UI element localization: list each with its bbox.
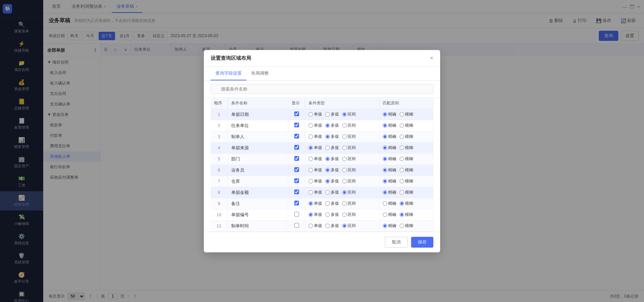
modal-row-match-radio-input-精确-7[interactable] bbox=[383, 179, 387, 183]
cancel-button[interactable]: 取消 bbox=[385, 237, 408, 248]
modal-row-match-radio-input-模糊-2[interactable] bbox=[400, 123, 404, 128]
modal-row-type-radio-input-区间-11[interactable] bbox=[342, 224, 347, 228]
modal-row-match-radio-input-模糊-1[interactable] bbox=[400, 112, 404, 117]
modal-overlay[interactable]: 设置查询区域布局 × 查询字段设置布局调整 🔍 顺序条件名称显示条件类型匹配原则… bbox=[0, 0, 644, 302]
modal-row-type-radio-input-区间-5[interactable] bbox=[342, 157, 347, 161]
modal-row-type-radio-多值-9[interactable]: 多值 bbox=[325, 201, 339, 206]
modal-tab-布局调整[interactable]: 布局调整 bbox=[246, 67, 273, 80]
modal-row-match-radio-精确-5[interactable]: 精确 bbox=[383, 156, 396, 162]
modal-row-type-radio-input-多值-11[interactable] bbox=[325, 224, 330, 228]
modal-row-match-radio-input-精确-4[interactable] bbox=[383, 146, 387, 150]
modal-row-match-radio-input-精确-3[interactable] bbox=[383, 134, 387, 139]
modal-row-type-radio-多值-1[interactable]: 多值 bbox=[325, 111, 339, 117]
modal-row-match-radio-input-精确-5[interactable] bbox=[383, 157, 387, 161]
modal-row-type-radio-多值-5[interactable]: 多值 bbox=[325, 156, 339, 162]
modal-row-match-radio-模糊-3[interactable]: 模糊 bbox=[400, 134, 413, 140]
modal-row-type-radio-input-单值-2[interactable] bbox=[308, 123, 313, 128]
modal-row-match-radio-模糊-10[interactable]: 模糊 bbox=[400, 212, 413, 218]
modal-row-match-radio-input-精确-9[interactable] bbox=[383, 201, 387, 206]
modal-row-type-radio-单值-10[interactable]: 单值 bbox=[308, 212, 322, 218]
modal-row-type-radio-区间-2[interactable]: 区间 bbox=[342, 123, 356, 128]
modal-row-type-radio-input-多值-4[interactable] bbox=[325, 146, 330, 150]
modal-row-type-radio-input-单值-7[interactable] bbox=[308, 179, 313, 183]
modal-row-type-radio-input-多值-10[interactable] bbox=[325, 212, 330, 217]
modal-row-type-radio-input-多值-7[interactable] bbox=[325, 179, 330, 183]
modal-row-match-radio-input-模糊-4[interactable] bbox=[400, 146, 404, 150]
modal-row-type-radio-input-多值-9[interactable] bbox=[325, 201, 330, 206]
modal-row-type-radio-input-区间-6[interactable] bbox=[342, 168, 347, 172]
modal-row-type-radio-多值-11[interactable]: 多值 bbox=[325, 223, 339, 229]
modal-row-show-checkbox-9[interactable] bbox=[294, 201, 299, 205]
modal-row-match-radio-input-模糊-8[interactable] bbox=[400, 190, 404, 195]
modal-row-type-radio-区间-6[interactable]: 区间 bbox=[342, 167, 356, 173]
modal-row-type-radio-区间-10[interactable]: 区间 bbox=[342, 212, 356, 218]
modal-row-show-checkbox-8[interactable] bbox=[294, 190, 299, 194]
modal-row-type-radio-input-区间-8[interactable] bbox=[342, 190, 347, 195]
modal-row-type-radio-input-区间-3[interactable] bbox=[342, 134, 347, 139]
modal-row-match-radio-模糊-7[interactable]: 模糊 bbox=[400, 178, 413, 184]
modal-row-match-radio-input-模糊-6[interactable] bbox=[400, 168, 404, 172]
modal-tab-查询字段设置[interactable]: 查询字段设置 bbox=[211, 67, 246, 80]
modal-row-type-radio-多值-8[interactable]: 多值 bbox=[325, 190, 339, 195]
modal-row-type-radio-input-单值-6[interactable] bbox=[308, 168, 313, 172]
modal-row-type-radio-单值-2[interactable]: 单值 bbox=[308, 123, 322, 128]
modal-row-match-radio-精确-7[interactable]: 精确 bbox=[383, 178, 396, 184]
modal-row-show-checkbox-1[interactable] bbox=[294, 111, 299, 116]
modal-row-type-radio-单值-8[interactable]: 单值 bbox=[308, 190, 322, 195]
modal-row-match-radio-input-精确-2[interactable] bbox=[383, 123, 387, 128]
modal-row-show-checkbox-7[interactable] bbox=[294, 178, 299, 183]
modal-row-type-radio-单值-5[interactable]: 单值 bbox=[308, 156, 322, 162]
modal-row-match-radio-精确-10[interactable]: 精确 bbox=[383, 212, 396, 218]
modal-row-type-radio-单值-11[interactable]: 单值 bbox=[308, 223, 322, 229]
modal-row-match-radio-精确-6[interactable]: 精确 bbox=[383, 167, 396, 173]
modal-row-match-radio-模糊-9[interactable]: 模糊 bbox=[400, 201, 413, 206]
modal-row-type-radio-input-单值-11[interactable] bbox=[308, 224, 313, 228]
modal-row-show-checkbox-10[interactable] bbox=[294, 212, 299, 217]
modal-row-match-radio-模糊-1[interactable]: 模糊 bbox=[400, 111, 413, 117]
modal-row-show-checkbox-5[interactable] bbox=[294, 156, 299, 161]
modal-row-type-radio-input-区间-10[interactable] bbox=[342, 212, 347, 217]
modal-row-match-radio-input-模糊-9[interactable] bbox=[400, 201, 404, 206]
modal-row-match-radio-input-精确-8[interactable] bbox=[383, 190, 387, 195]
modal-row-match-radio-input-模糊-3[interactable] bbox=[400, 134, 404, 139]
modal-row-type-radio-单值-4[interactable]: 单值 bbox=[308, 145, 322, 151]
modal-row-show-checkbox-2[interactable] bbox=[294, 123, 299, 127]
modal-row-type-radio-区间-9[interactable]: 区间 bbox=[342, 201, 356, 206]
modal-row-match-radio-input-模糊-11[interactable] bbox=[400, 224, 404, 228]
modal-row-match-radio-input-模糊-5[interactable] bbox=[400, 157, 404, 161]
modal-row-type-radio-input-多值-3[interactable] bbox=[325, 134, 330, 139]
modal-row-type-radio-input-单值-8[interactable] bbox=[308, 190, 313, 195]
modal-row-match-radio-精确-3[interactable]: 精确 bbox=[383, 134, 396, 140]
modal-row-match-radio-精确-11[interactable]: 精确 bbox=[383, 223, 396, 229]
modal-row-match-radio-input-精确-11[interactable] bbox=[383, 224, 387, 228]
modal-row-match-radio-模糊-2[interactable]: 模糊 bbox=[400, 123, 413, 128]
modal-row-type-radio-input-多值-6[interactable] bbox=[325, 168, 330, 172]
modal-row-type-radio-区间-8[interactable]: 区间 bbox=[342, 190, 356, 195]
modal-row-type-radio-input-区间-2[interactable] bbox=[342, 123, 347, 128]
modal-row-match-radio-input-模糊-7[interactable] bbox=[400, 179, 404, 183]
modal-row-type-radio-input-区间-7[interactable] bbox=[342, 179, 347, 183]
modal-row-type-radio-区间-5[interactable]: 区间 bbox=[342, 156, 356, 162]
modal-row-match-radio-模糊-5[interactable]: 模糊 bbox=[400, 156, 413, 162]
modal-row-type-radio-多值-3[interactable]: 多值 bbox=[325, 134, 339, 140]
modal-row-match-radio-input-精确-6[interactable] bbox=[383, 168, 387, 172]
modal-row-show-checkbox-4[interactable] bbox=[294, 145, 299, 150]
modal-row-type-radio-多值-6[interactable]: 多值 bbox=[325, 167, 339, 173]
modal-row-match-radio-模糊-6[interactable]: 模糊 bbox=[400, 167, 413, 173]
modal-row-type-radio-input-多值-2[interactable] bbox=[325, 123, 330, 128]
modal-row-match-radio-模糊-11[interactable]: 模糊 bbox=[400, 223, 413, 229]
modal-row-type-radio-单值-3[interactable]: 单值 bbox=[308, 134, 322, 140]
modal-row-type-radio-input-区间-9[interactable] bbox=[342, 201, 347, 206]
condition-search-input[interactable] bbox=[211, 84, 433, 94]
modal-row-type-radio-input-单值-5[interactable] bbox=[308, 157, 313, 161]
modal-row-match-radio-精确-8[interactable]: 精确 bbox=[383, 190, 396, 195]
modal-row-match-radio-精确-9[interactable]: 精确 bbox=[383, 201, 396, 206]
modal-row-type-radio-区间-4[interactable]: 区间 bbox=[342, 145, 356, 151]
modal-row-match-radio-模糊-4[interactable]: 模糊 bbox=[400, 145, 413, 151]
modal-row-type-radio-单值-1[interactable]: 单值 bbox=[308, 111, 322, 117]
modal-row-type-radio-input-多值-8[interactable] bbox=[325, 190, 330, 195]
modal-row-type-radio-多值-4[interactable]: 多值 bbox=[325, 145, 339, 151]
modal-row-type-radio-单值-9[interactable]: 单值 bbox=[308, 201, 322, 206]
modal-row-match-radio-精确-2[interactable]: 精确 bbox=[383, 123, 396, 128]
modal-row-type-radio-区间-3[interactable]: 区间 bbox=[342, 134, 356, 140]
